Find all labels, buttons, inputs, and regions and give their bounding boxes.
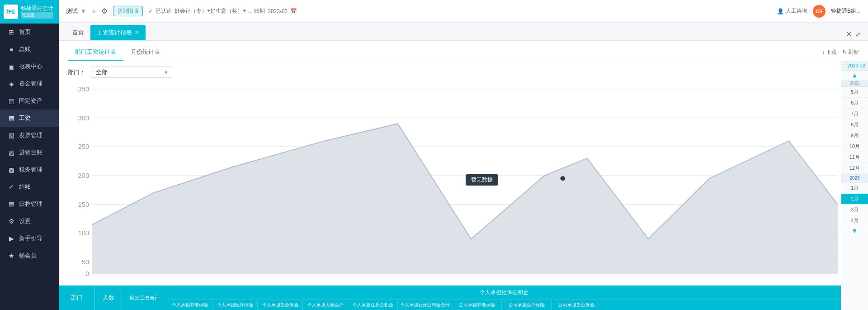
refresh-icon: ↻ xyxy=(842,49,847,55)
sidebar-item-ledger[interactable]: ≡ 总账 xyxy=(0,41,59,58)
panel-expand-button[interactable]: ⤢ xyxy=(855,31,861,38)
svg-marker-16 xyxy=(92,124,838,273)
month-nov-2022[interactable]: 11月 xyxy=(841,152,868,163)
th-personal-unemployment: 个人承担失业保险 xyxy=(258,300,303,310)
sidebar-item-label: 工资 xyxy=(19,114,31,122)
page-content: 部门工资统计表 月份统计表 ↓ 下载 ↻ 刷新 部门： xyxy=(59,41,868,310)
download-button[interactable]: ↓ 下载 xyxy=(822,48,837,56)
sidebar-item-label: 结账 xyxy=(19,183,31,191)
svg-text:350: 350 xyxy=(78,86,90,93)
sidebar-item-archive[interactable]: ▦ 归档管理 xyxy=(0,196,59,213)
sidebar-item-label: 资金管理 xyxy=(19,80,42,88)
th-gross-salary: 应发工资合计 xyxy=(122,286,167,310)
tab-close-icon[interactable]: ✕ xyxy=(135,29,139,36)
company-selector[interactable]: 测试 ▼ xyxy=(66,7,86,15)
reports-icon: ▣ xyxy=(7,63,15,70)
sidebar-item-label: 首页 xyxy=(19,28,31,36)
month-jan-2023[interactable]: 1月 xyxy=(841,183,868,194)
content-main: 部门： 全部 研发部 销售部 财务部 人事部 ▼ xyxy=(59,61,841,310)
service-button[interactable]: 👤 人工咨询 xyxy=(777,7,807,15)
refresh-button[interactable]: ↻ 刷新 xyxy=(842,48,859,56)
topbar-right: 👤 人工咨询 CE 轻捷通B组... xyxy=(777,5,861,18)
sidebar-item-member[interactable]: ★ 畅会员 xyxy=(0,247,59,264)
sidebar-item-label: 税务管理 xyxy=(19,166,42,174)
chart-svg: 350 300 250 200 150 100 50 0 xyxy=(68,83,841,285)
subtab-dept[interactable]: 部门工资统计表 xyxy=(68,45,123,61)
period-label: 账期 xyxy=(254,7,265,15)
sidebar-item-funds[interactable]: ◈ 资金管理 xyxy=(0,75,59,92)
year-2023-badge: 2023 xyxy=(841,174,868,183)
add-button[interactable]: + xyxy=(92,7,96,15)
sidebar-item-guide[interactable]: ▶ 新手引导 xyxy=(0,230,59,247)
month-feb-2023[interactable]: 2月 xyxy=(841,194,868,205)
th-personal-large-medical: 个人承担大额医疗 xyxy=(303,300,348,310)
current-date-label: 2023.02 xyxy=(847,63,865,68)
th-company-unemployment: 公司承担失业保险 xyxy=(552,300,601,310)
sidebar: 好会 畅捷通好会计 专业版 ⊞ 首页 ≡ 总账 ▣ 报表中心 ◈ 资金管理 ▦ … xyxy=(0,0,59,310)
chart-area: 350 300 250 200 150 100 50 0 xyxy=(59,83,841,285)
sidebar-item-label: 进销台账 xyxy=(19,148,42,157)
tab-salary-stats[interactable]: 工资统计报表 ✕ xyxy=(90,25,146,40)
sidebar-item-salary[interactable]: ▤ 工资 xyxy=(0,110,59,127)
service-icon: 👤 xyxy=(777,8,784,14)
dropdown-arrow-icon[interactable]: ▼ xyxy=(80,8,86,14)
month-oct-2022[interactable]: 10月 xyxy=(841,141,868,152)
month-jul-2022[interactable]: 7月 xyxy=(841,109,868,119)
month-jun-2022[interactable]: 6月 xyxy=(841,98,868,109)
sales-icon: ▨ xyxy=(7,149,15,156)
month-dec-2022[interactable]: 12月 xyxy=(841,163,868,174)
logo-icon: 好会 xyxy=(4,5,18,19)
sidebar-item-assets[interactable]: ▦ 固定资产 xyxy=(0,92,59,110)
subtab-monthly[interactable]: 月份统计表 xyxy=(123,45,167,61)
th-dept: 部门 xyxy=(59,286,95,310)
subtab-left: 部门工资统计表 月份统计表 xyxy=(68,45,167,61)
bottom-table: 部门 人数 应发工资合计 个人承担社保公积金 个人承担养老保险 个人承担医疗保险… xyxy=(59,285,841,310)
dept-select[interactable]: 全部 研发部 销售部 财务部 人事部 xyxy=(91,67,172,78)
sidebar-item-sales[interactable]: ▨ 进销台账 xyxy=(0,144,59,161)
month-mar-2023[interactable]: 3月 xyxy=(841,205,868,215)
old-version-button[interactable]: 切到旧版 xyxy=(113,6,143,16)
company-name: 测试 xyxy=(66,7,78,15)
tax-icon: ▩ xyxy=(7,166,15,173)
verified-label: 已认证 xyxy=(156,7,172,15)
month-apr-2023[interactable]: 4月 xyxy=(841,215,868,226)
sidebar-item-reports[interactable]: ▣ 报表中心 xyxy=(0,58,59,75)
th-personal-pension: 个人承担养老保险 xyxy=(167,300,212,310)
avatar: CE xyxy=(813,5,826,18)
date-scroll-down-button[interactable]: ▼ xyxy=(841,226,868,235)
settings-icon: ⚙ xyxy=(7,218,15,225)
ledger-icon: ≡ xyxy=(7,46,15,53)
sidebar-logo: 好会 畅捷通好会计 专业版 xyxy=(0,0,59,24)
content-row: 部门： 全部 研发部 销售部 财务部 人事部 ▼ xyxy=(59,61,868,310)
settings-button[interactable]: ⚙ xyxy=(101,7,108,15)
calendar-icon[interactable]: 📅 xyxy=(290,8,297,14)
year-2022-label: 2022 xyxy=(841,80,868,87)
filter-bar: 部门： 全部 研发部 销售部 财务部 人事部 ▼ xyxy=(59,61,841,83)
guide-icon: ▶ xyxy=(7,235,15,242)
salary-icon: ▤ xyxy=(7,114,15,122)
dept-filter-label: 部门： xyxy=(68,68,85,76)
month-may-2022[interactable]: 5月 xyxy=(841,87,868,98)
username-label[interactable]: 轻捷通B组... xyxy=(831,7,861,15)
svg-text:100: 100 xyxy=(78,230,90,237)
home-icon: ⊞ xyxy=(7,29,15,36)
month-sep-2022[interactable]: 9月 xyxy=(841,130,868,141)
tab-home[interactable]: 首页 xyxy=(66,25,90,40)
sidebar-item-tax[interactable]: ▩ 税务管理 xyxy=(0,161,59,178)
main-area: 测试 ▼ + ⚙ 切到旧版 ✓ 已认证 好会计（专）+好生意（标）+… 账期 2… xyxy=(59,0,868,310)
logo-text: 畅捷通好会计 专业版 xyxy=(21,5,53,19)
sidebar-item-label: 新手引导 xyxy=(19,234,42,243)
sidebar-item-settlement[interactable]: ✓ 结账 xyxy=(0,178,59,196)
download-icon: ↓ xyxy=(822,49,825,55)
sidebar-item-home[interactable]: ⊞ 首页 xyxy=(0,24,59,41)
sidebar-item-settings[interactable]: ⚙ 设置 xyxy=(0,213,59,230)
th-personal-housing: 个人承担住房公积金 xyxy=(348,300,398,310)
panel-close-button[interactable]: ✕ xyxy=(846,30,852,38)
svg-text:300: 300 xyxy=(78,114,90,122)
tab-salary-stats-label: 工资统计报表 xyxy=(97,29,132,37)
tab-bar: 首页 工资统计报表 ✕ ✕ ⤢ xyxy=(59,23,868,41)
month-aug-2022[interactable]: 8月 xyxy=(841,119,868,130)
sidebar-item-invoice[interactable]: ▧ 发票管理 xyxy=(0,127,59,144)
date-scroll-up-button[interactable]: ▲ xyxy=(841,71,868,80)
subtab-right: ↓ 下载 ↻ 刷新 xyxy=(822,48,859,56)
